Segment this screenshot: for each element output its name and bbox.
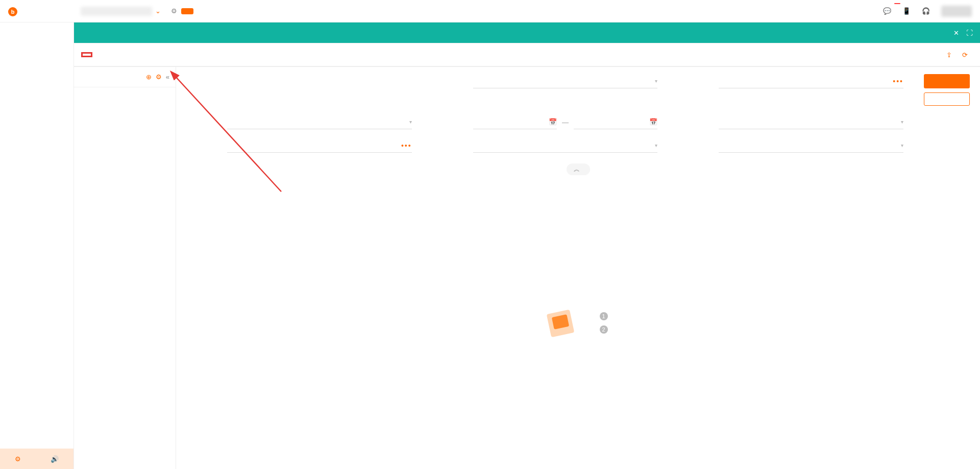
export-button[interactable]: ⇪ (946, 51, 954, 59)
sidebar: ⚙ 🔊 (0, 22, 74, 469)
empty-state: 1 2 (186, 176, 970, 469)
field-partner: ••• (186, 138, 412, 153)
fullscreen-icon[interactable]: ⛶ (966, 29, 973, 37)
chat-icon: 💬 (883, 7, 891, 15)
gear-icon[interactable]: ⚙ (171, 7, 177, 15)
field-biz-type: ▾ (678, 138, 903, 153)
page-header: ⇪ ⟳ (74, 43, 980, 66)
audit-date-from[interactable]: 📅 (473, 115, 557, 129)
partner-cat-select[interactable]: ▾ (473, 138, 658, 153)
logo: b (8, 7, 75, 15)
field-bill-date (186, 74, 412, 75)
calendar-icon: 📅 (649, 118, 657, 126)
chevron-up-icon: ︽ (574, 165, 580, 174)
headset-icon: 🎧 (922, 7, 930, 15)
more-icon: ••• (893, 77, 903, 85)
refresh-icon: ⟳ (962, 51, 968, 59)
add-scheme-icon[interactable]: ⊕ (146, 73, 152, 81)
filter-form: ▾ ••• ▾ (176, 67, 980, 469)
tabs-bar: ✕ ⛶ (74, 22, 980, 43)
close-tab-icon[interactable]: ✕ (953, 29, 959, 37)
field-partner-cat: ▾ (432, 138, 658, 153)
bill-status-select[interactable]: ▾ (719, 115, 903, 129)
avatar[interactable] (941, 6, 972, 17)
chevron-down-icon: ▾ (901, 119, 903, 125)
footer-gear-icon[interactable]: ⚙ (15, 455, 21, 463)
app-download-link[interactable]: 📱 (902, 7, 913, 15)
bill-type-select[interactable]: ▾ (473, 74, 658, 88)
refresh-button[interactable]: ⟳ (962, 51, 970, 59)
messages-badge (894, 3, 900, 4)
field-bill-type: ▾ (432, 74, 658, 88)
more-icon: ••• (401, 142, 412, 150)
online-cs-link[interactable]: 🎧 (922, 7, 932, 15)
org-selector[interactable]: ⌄ (75, 7, 167, 16)
settings-button[interactable] (924, 92, 970, 106)
empty-illustration-icon (544, 302, 584, 343)
collapse-panel-icon[interactable]: « (166, 73, 169, 81)
field-department: ▾ (186, 115, 412, 129)
chevron-down-icon: ▾ (655, 78, 657, 84)
top-bar: b ⌄ ⚙ 💬 📱 🎧 (0, 0, 980, 22)
empty-step-1: 1 (600, 312, 613, 320)
scheme-header: ⊕ ⚙ « (74, 67, 176, 87)
export-icon: ⇪ (946, 51, 952, 59)
audit-date-to[interactable]: 📅 (574, 115, 657, 129)
department-select[interactable]: ▾ (227, 115, 412, 129)
cta-button[interactable] (181, 8, 193, 14)
calendar-icon: 📅 (549, 118, 557, 126)
field-salesperson: ••• (678, 74, 903, 88)
field-audit-date: 📅 — 📅 (432, 115, 658, 129)
empty-step-2: 2 (600, 325, 613, 334)
field-bill-status: ▾ (678, 115, 903, 129)
chevron-down-icon: ▾ (901, 143, 903, 148)
scheme-panel: ⊕ ⚙ « (74, 67, 176, 469)
chevron-down-icon: ▾ (409, 119, 412, 125)
scheme-gear-icon[interactable]: ⚙ (156, 73, 162, 81)
chevron-down-icon: ▾ (655, 143, 657, 148)
sidebar-footer: ⚙ 🔊 (0, 449, 74, 469)
logo-icon: b (8, 7, 17, 16)
collapse-conditions-button[interactable]: ︽ (567, 163, 590, 175)
query-button[interactable] (924, 74, 970, 88)
biz-type-select[interactable]: ▾ (719, 138, 903, 153)
footer-sound-icon[interactable]: 🔊 (51, 455, 59, 463)
chevron-down-icon: ⌄ (155, 7, 161, 15)
phone-icon: 📱 (902, 7, 911, 15)
salesperson-select[interactable]: ••• (719, 74, 903, 88)
messages-link[interactable]: 💬 (883, 7, 893, 15)
partner-select[interactable]: ••• (227, 138, 412, 153)
